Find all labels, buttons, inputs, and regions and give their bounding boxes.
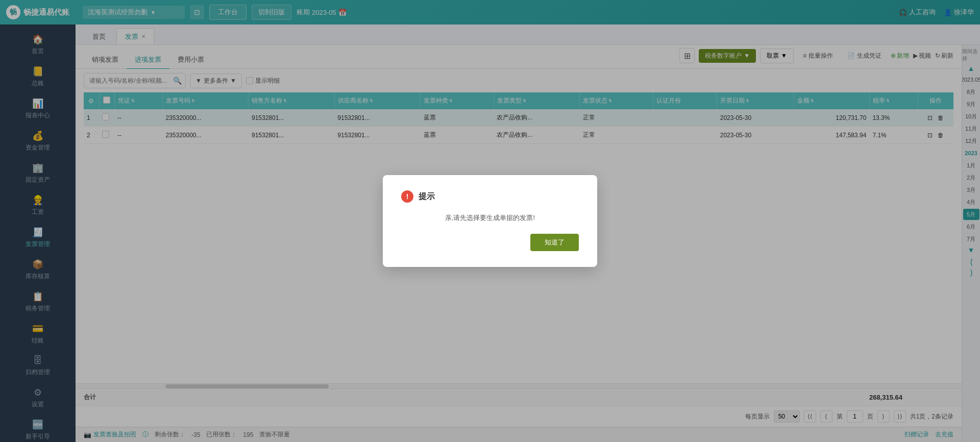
modal-title-row: ! 提示 [401,190,435,203]
modal-message: 亲,请先选择要生成单据的发票! [445,213,535,224]
modal-title: 提示 [419,191,435,202]
modal-overlay: ! 提示 亲,请先选择要生成单据的发票! 知道了 [0,0,980,442]
modal-dialog: ! 提示 亲,请先选择要生成单据的发票! 知道了 [383,175,597,267]
modal-ok-button[interactable]: 知道了 [530,234,579,251]
warning-icon: ! [401,190,413,203]
